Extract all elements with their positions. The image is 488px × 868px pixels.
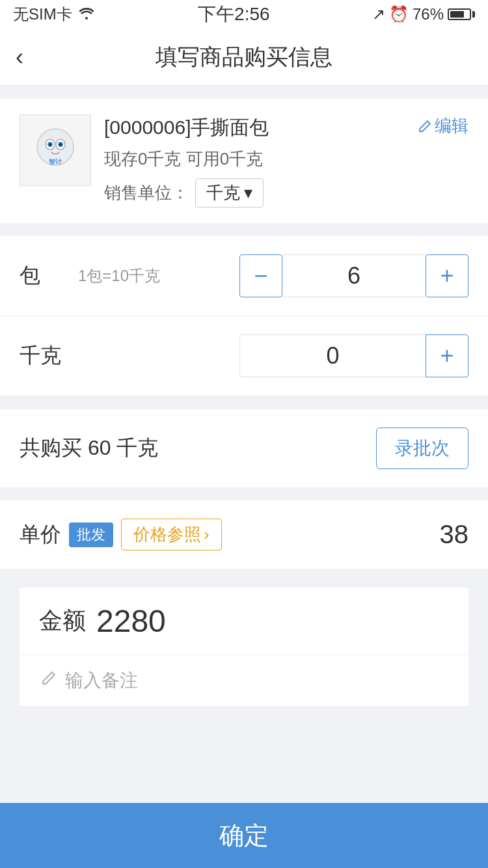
nav-bar: ‹ 填写商品购买信息 (0, 29, 488, 86)
kg-input[interactable] (239, 334, 426, 377)
product-stock: 现存0千克 可用0千克 (104, 148, 468, 170)
note-placeholder[interactable]: 输入备注 (65, 668, 138, 693)
svg-point-6 (59, 143, 62, 146)
status-right: ↗ ⏰ 76% (372, 5, 475, 23)
unit-value: 千克 (206, 182, 240, 204)
product-thumbnail: 智计 (20, 115, 91, 186)
summary-row: 共购买 60 千克 录批次 (0, 409, 488, 487)
kg-increment-button[interactable]: + (426, 334, 468, 377)
note-row[interactable]: 输入备注 (20, 655, 468, 706)
product-unit-row: 销售单位： 千克 ▾ (104, 178, 468, 208)
pencil-icon (39, 670, 57, 692)
pack-input[interactable] (282, 254, 426, 297)
battery-icon (448, 8, 475, 20)
pack-increment-button[interactable]: + (426, 254, 468, 297)
price-value: 38 (440, 520, 469, 549)
kg-qty-control: + (239, 334, 468, 377)
price-section: 单价 批发 价格参照 › 38 (0, 500, 488, 569)
pack-row: 包 1包=10千克 − + (0, 236, 488, 316)
kg-row: 千克 + (0, 316, 488, 396)
price-ref-label: 价格参照 (133, 523, 201, 546)
product-info: [0000006]手撕面包 编辑 现存0千克 可用0千克 销售单位： 千克 ▾ (104, 115, 468, 208)
input-section: 包 1包=10千克 − + 千克 + (0, 236, 488, 396)
edit-label: 编辑 (435, 115, 468, 137)
pack-sublabel: 1包=10千克 (78, 265, 239, 286)
product-header: [0000006]手撕面包 编辑 (104, 115, 468, 141)
kg-label: 千克 (20, 342, 72, 370)
wifi-icon (77, 5, 96, 23)
status-bar: 无SIM卡 下午2:56 ↗ ⏰ 76% (0, 0, 488, 29)
product-name: [0000006]手撕面包 (104, 115, 269, 141)
page-title: 填写商品购买信息 (156, 42, 332, 72)
svg-point-5 (49, 143, 51, 146)
unit-select[interactable]: 千克 ▾ (195, 178, 264, 208)
status-left: 无SIM卡 (13, 4, 96, 25)
price-left: 单价 批发 价格参照 › (20, 519, 222, 550)
back-button[interactable]: ‹ (16, 44, 23, 71)
price-label: 单价 (20, 521, 61, 549)
status-time: 下午2:56 (198, 2, 270, 27)
alarm-icon: ⏰ (389, 5, 409, 23)
batch-button[interactable]: 录批次 (376, 427, 468, 469)
product-card: 智计 [0000006]手撕面包 编辑 现存0千克 可用0千克 销售单位： 千克… (0, 99, 488, 223)
price-ref-button[interactable]: 价格参照 › (121, 519, 222, 550)
unit-arrow-icon: ▾ (244, 183, 252, 203)
unit-label: 销售单位： (104, 182, 189, 204)
confirm-button[interactable]: 确定 (0, 803, 488, 868)
amount-section: 金额 2280 输入备注 (0, 569, 488, 719)
price-tag: 批发 (69, 522, 113, 547)
svg-text:智计: 智计 (48, 158, 62, 165)
pack-label: 包 (20, 262, 72, 290)
product-thumb-icon: 智计 (36, 128, 75, 174)
amount-row: 金额 2280 (20, 588, 468, 655)
summary-text: 共购买 60 千克 (20, 434, 158, 463)
pack-qty-control: − + (239, 254, 468, 297)
edit-button[interactable]: 编辑 (418, 115, 468, 137)
pack-decrement-button[interactable]: − (239, 254, 282, 297)
amount-label: 金额 (39, 605, 86, 637)
amount-value: 2280 (96, 603, 166, 639)
location-icon: ↗ (372, 5, 385, 23)
battery-percent: 76% (413, 5, 444, 23)
carrier-text: 无SIM卡 (13, 4, 72, 25)
price-row: 单价 批发 价格参照 › 38 (20, 519, 468, 550)
price-ref-arrow: › (204, 524, 210, 545)
